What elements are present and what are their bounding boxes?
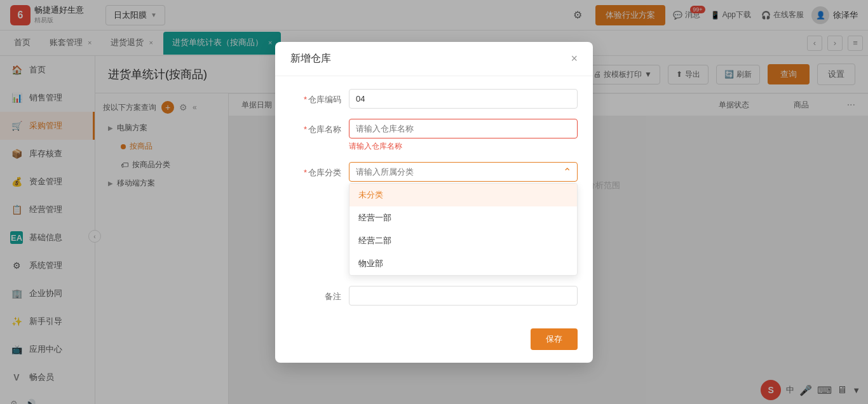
name-input[interactable] — [349, 119, 578, 138]
category-input[interactable] — [349, 162, 578, 182]
form-row-category: 仓库分类 ⌃ 未分类 经营一部 经营二部 物业部 — [290, 162, 578, 276]
category-input-wrapper: ⌃ — [349, 162, 578, 182]
dropdown-item-dept1[interactable]: 经营一部 — [349, 206, 577, 229]
dialog-header: 新增仓库 × — [275, 42, 593, 76]
note-label: 备注 — [290, 286, 341, 302]
dialog-footer: 保存 — [275, 328, 593, 350]
name-error-text: 请输入仓库名称 — [349, 141, 578, 152]
form-row-code: 仓库编码 — [290, 89, 578, 109]
dialog-body: 仓库编码 仓库名称 请输入仓库名称 仓库分类 ⌃ — [275, 76, 593, 328]
form-row-name: 仓库名称 请输入仓库名称 — [290, 119, 578, 152]
dropdown-item-none[interactable]: 未分类 — [349, 184, 577, 206]
code-label: 仓库编码 — [290, 89, 341, 105]
name-field: 请输入仓库名称 — [349, 119, 578, 152]
category-label: 仓库分类 — [290, 162, 341, 178]
category-field: ⌃ 未分类 经营一部 经营二部 物业部 — [349, 162, 578, 276]
form-row-note: 备注 — [290, 286, 578, 306]
note-input[interactable] — [349, 286, 578, 306]
save-button[interactable]: 保存 — [531, 328, 578, 350]
code-field — [349, 89, 578, 109]
category-dropdown: 未分类 经营一部 经营二部 物业部 — [349, 183, 578, 276]
dialog-overlay: 新增仓库 × 仓库编码 仓库名称 请输入仓库名称 仓库分类 — [0, 0, 868, 404]
new-warehouse-dialog: 新增仓库 × 仓库编码 仓库名称 请输入仓库名称 仓库分类 — [275, 42, 593, 363]
dialog-close-button[interactable]: × — [571, 53, 578, 64]
dropdown-item-dept2[interactable]: 经营二部 — [349, 229, 577, 252]
code-input[interactable] — [349, 89, 578, 109]
note-field — [349, 286, 578, 306]
name-label: 仓库名称 — [290, 119, 341, 135]
category-chevron-up-icon[interactable]: ⌃ — [563, 166, 571, 178]
dropdown-item-property[interactable]: 物业部 — [349, 252, 577, 275]
dialog-title: 新增仓库 — [290, 52, 331, 65]
